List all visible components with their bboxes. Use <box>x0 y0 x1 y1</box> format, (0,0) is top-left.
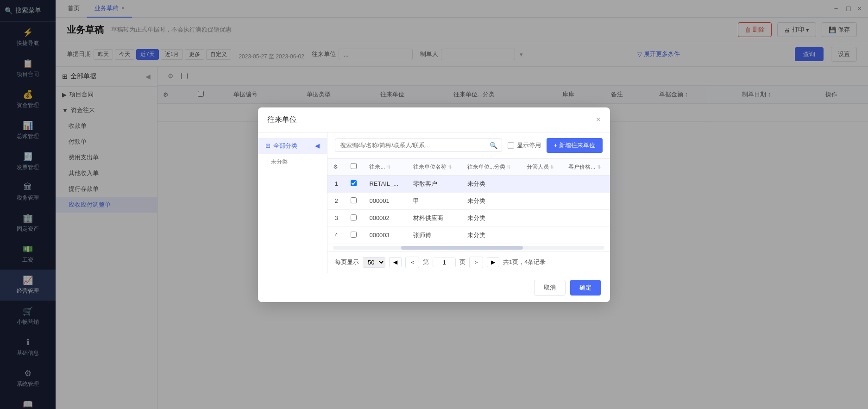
row-check[interactable] <box>345 209 364 227</box>
confirm-button[interactable]: 确定 <box>570 280 601 296</box>
dialog-pagination: 每页显示 50 ◀ ＜ 第 页 ＞ ▶ 共1页，4条记录 <box>327 252 610 273</box>
page-input[interactable] <box>433 258 456 267</box>
collapse-left-icon[interactable]: ◀ <box>315 142 320 149</box>
table-row[interactable]: 4 000003 张师傅 未分类 <box>327 227 610 244</box>
col-settings[interactable]: ⚙ <box>327 159 345 176</box>
row-name: 甲 <box>408 192 462 209</box>
row-check[interactable] <box>345 192 364 209</box>
dialog-table-container: ⚙ 往来... ⇅ 往来单位名称 ⇅ 往来单位...分类 ⇅ 分管人员 ⇅ 客户… <box>327 159 610 244</box>
search-box: 🔍 <box>335 138 502 152</box>
modal-overlay: 往来单位 × ⊞ 全部分类 ◀ 未分类 🔍 <box>0 0 868 409</box>
grid-icon: ⊞ <box>265 142 270 149</box>
row-code: 000001 <box>364 192 407 209</box>
search-input[interactable] <box>335 138 502 152</box>
dialog-header-checkbox[interactable] <box>351 163 357 169</box>
partner-dialog: 往来单位 × ⊞ 全部分类 ◀ 未分类 🔍 <box>258 107 610 302</box>
row-price <box>563 227 610 244</box>
table-row[interactable]: 3 000002 材料供应商 未分类 <box>327 209 610 227</box>
show-disabled-checkbox[interactable] <box>508 142 514 149</box>
first-page-btn[interactable]: ◀ <box>389 257 402 267</box>
category-unclassified[interactable]: 未分类 <box>258 155 327 169</box>
row-manager <box>521 209 563 227</box>
dialog-title: 往来单位 <box>267 115 297 125</box>
row-price <box>563 192 610 209</box>
show-disabled-label: 显示停用 <box>517 141 541 150</box>
row-manager <box>521 192 563 209</box>
row-check[interactable] <box>345 227 364 244</box>
dialog-categories: ⊞ 全部分类 ◀ 未分类 <box>258 132 327 273</box>
row-num: 1 <box>327 175 345 192</box>
col-name[interactable]: 往来单位名称 ⇅ <box>408 159 462 176</box>
row-price <box>563 209 610 227</box>
dialog-toolbar: 🔍 显示停用 + 新增往来单位 <box>327 132 610 159</box>
row-category: 未分类 <box>462 175 521 192</box>
table-row[interactable]: 1 RETAIL_... 零散客户 未分类 <box>327 175 610 192</box>
row-manager <box>521 175 563 192</box>
row-name: 零散客户 <box>408 175 462 192</box>
scrollbar-thumb[interactable] <box>401 246 523 250</box>
col-check[interactable] <box>345 159 364 176</box>
col-category[interactable]: 往来单位...分类 ⇅ <box>462 159 521 176</box>
search-icon: 🔍 <box>490 142 497 149</box>
page-word: 第 <box>423 258 429 266</box>
per-page-label: 每页显示 <box>335 258 359 266</box>
row-num: 4 <box>327 227 345 244</box>
horizontal-scrollbar[interactable] <box>333 246 604 250</box>
next-page-btn[interactable]: ＞ <box>469 257 483 268</box>
dialog-table: ⚙ 往来... ⇅ 往来单位名称 ⇅ 往来单位...分类 ⇅ 分管人员 ⇅ 客户… <box>327 159 610 244</box>
row-code: RETAIL_... <box>364 175 407 192</box>
row-category: 未分类 <box>462 227 521 244</box>
row-name: 材料供应商 <box>408 209 462 227</box>
row-manager <box>521 227 563 244</box>
per-page-select[interactable]: 50 <box>363 257 385 268</box>
category-all[interactable]: ⊞ 全部分类 ◀ <box>258 138 327 154</box>
row-num: 3 <box>327 209 345 227</box>
dialog-right: 🔍 显示停用 + 新增往来单位 ⚙ 往来... <box>327 132 610 273</box>
prev-page-btn[interactable]: ＜ <box>405 257 419 268</box>
row-num: 2 <box>327 192 345 209</box>
show-disabled-option: 显示停用 <box>508 141 541 150</box>
row-code: 000002 <box>364 209 407 227</box>
row-category: 未分类 <box>462 192 521 209</box>
dialog-header: 往来单位 × <box>258 107 610 132</box>
row-price <box>563 175 610 192</box>
total-info: 共1页，4条记录 <box>503 258 546 266</box>
row-category: 未分类 <box>462 209 521 227</box>
row-check[interactable] <box>345 175 364 192</box>
table-row[interactable]: 2 000001 甲 未分类 <box>327 192 610 209</box>
dialog-footer: 取消 确定 <box>258 273 610 302</box>
col-price[interactable]: 客户价格... ⇅ <box>563 159 610 176</box>
last-page-btn[interactable]: ▶ <box>487 257 499 267</box>
row-code: 000003 <box>364 227 407 244</box>
dialog-close-button[interactable]: × <box>596 115 601 125</box>
col-manager[interactable]: 分管人员 ⇅ <box>521 159 563 176</box>
col-code[interactable]: 往来... ⇅ <box>364 159 407 176</box>
row-name: 张师傅 <box>408 227 462 244</box>
add-partner-button[interactable]: + 新增往来单位 <box>547 138 603 153</box>
page-label: 页 <box>459 258 465 266</box>
cancel-button[interactable]: 取消 <box>534 280 566 296</box>
dialog-body: ⊞ 全部分类 ◀ 未分类 🔍 显示停用 <box>258 132 610 273</box>
